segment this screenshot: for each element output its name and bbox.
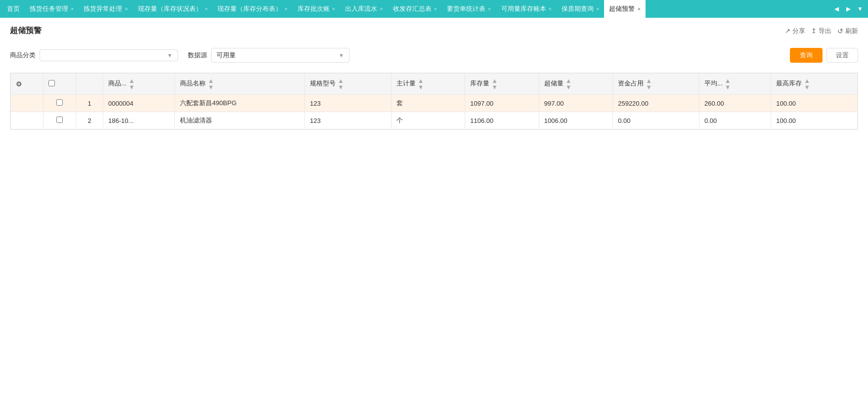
category-filter: 商品分类 ▼ <box>10 49 178 61</box>
row-settings-1 <box>11 112 43 129</box>
category-chevron-icon: ▼ <box>167 52 173 58</box>
main-content: 超储预警 ↗ 分享 ↥ 导出 ↺ 刷新 商品分类 ▼ 数据源 <box>0 18 868 395</box>
settings-gear-icon[interactable]: ⚙ <box>16 80 22 88</box>
cell-capital-0: 259220.00 <box>613 95 699 112</box>
cell-code-1: 186-10... <box>103 112 175 129</box>
row-num-0: 1 <box>76 95 103 112</box>
nav-item-close-11[interactable]: × <box>637 6 640 12</box>
sort-icon-over: ▲▼ <box>565 78 572 90</box>
nav-item-7[interactable]: 收发存汇总表× <box>388 0 442 18</box>
table-row: 2186-10...机油滤清器123个1106.001006.000.000.0… <box>11 112 858 129</box>
sort-icon-capital: ▲▼ <box>646 78 652 90</box>
nav-item-close-10[interactable]: × <box>596 6 599 12</box>
cell-max_stock-1: 100.00 <box>771 112 858 129</box>
col-header-unit[interactable]: 主计量▲▼ <box>391 74 465 95</box>
export-label: 导出 <box>819 27 831 36</box>
cell-spec-1: 123 <box>305 112 391 129</box>
nav-item-3[interactable]: 现存量（库存状况表）× <box>133 0 213 18</box>
nav-next-arrow[interactable]: ▶ <box>842 0 854 18</box>
share-button[interactable]: ↗ 分享 <box>785 27 805 36</box>
nav-item-label-5: 库存批次账 <box>298 4 330 13</box>
nav-item-close-9[interactable]: × <box>549 6 552 12</box>
nav-more-arrow[interactable]: ▼ <box>854 0 866 18</box>
col-header-stock[interactable]: 库存量▲▼ <box>465 74 539 95</box>
nav-item-label-2: 拣货异常处理 <box>84 4 122 13</box>
nav-item-close-4[interactable]: × <box>284 6 287 12</box>
cell-spec-0: 123 <box>305 95 391 112</box>
top-nav: 首页拣货任务管理×拣货异常处理×现存量（库存状况表）×现存量（库存分布表）×库存… <box>0 0 868 18</box>
col-header-capital[interactable]: 资金占用▲▼ <box>613 74 699 95</box>
nav-item-close-2[interactable]: × <box>125 6 128 12</box>
filter-buttons: 查询 设置 <box>790 48 858 63</box>
col-header-checkbox <box>43 74 76 95</box>
nav-item-1[interactable]: 拣货任务管理× <box>25 0 79 18</box>
col-header-spec[interactable]: 规格型号▲▼ <box>305 74 391 95</box>
cell-stock-1: 1106.00 <box>465 112 539 129</box>
cell-over-1: 1006.00 <box>539 112 612 129</box>
nav-item-5[interactable]: 库存批次账× <box>293 0 340 18</box>
cell-avg-1: 0.00 <box>699 112 771 129</box>
nav-item-label-4: 现存量（库存分布表） <box>217 4 282 13</box>
category-select[interactable]: ▼ <box>40 49 178 61</box>
page-title: 超储预警 <box>10 26 42 36</box>
nav-prev-arrow[interactable]: ◀ <box>830 0 842 18</box>
refresh-icon: ↺ <box>837 27 843 35</box>
nav-item-label-10: 保质期查询 <box>562 4 594 13</box>
row-settings-0 <box>11 95 43 112</box>
datasource-filter: 数据源 可用量 ▼ <box>188 48 349 63</box>
nav-item-9[interactable]: 可用量库存账本× <box>496 0 557 18</box>
select-all-checkbox[interactable] <box>48 80 55 86</box>
cell-name-1: 机油滤清器 <box>175 112 305 129</box>
nav-item-close-7[interactable]: × <box>434 6 437 12</box>
cell-max_stock-0: 100.00 <box>771 95 858 112</box>
nav-item-label-11: 超储预警 <box>609 4 635 13</box>
export-button[interactable]: ↥ 导出 <box>811 27 831 36</box>
nav-item-4[interactable]: 现存量（库存分布表）× <box>213 0 292 18</box>
row-checkbox-0[interactable] <box>43 95 76 112</box>
datasource-select[interactable]: 可用量 ▼ <box>211 48 349 63</box>
refresh-label: 刷新 <box>845 27 858 36</box>
nav-item-close-6[interactable]: × <box>380 6 383 12</box>
sort-icon-name: ▲▼ <box>208 78 214 90</box>
cell-unit-0: 套 <box>391 95 465 112</box>
col-header-over[interactable]: 超储量▲▼ <box>539 74 612 95</box>
nav-item-label-9: 可用量库存账本 <box>501 4 546 13</box>
data-table: ⚙商品...▲▼商品名称▲▼规格型号▲▼主计量▲▼库存量▲▼超储量▲▼资金占用▲… <box>10 73 858 129</box>
nav-item-2[interactable]: 拣货异常处理× <box>79 0 132 18</box>
row-checkbox-1[interactable] <box>43 112 76 129</box>
col-header-code[interactable]: 商品...▲▼ <box>103 74 175 95</box>
nav-item-6[interactable]: 出入库流水× <box>340 0 388 18</box>
nav-item-8[interactable]: 要货单统计表× <box>442 0 496 18</box>
nav-item-close-1[interactable]: × <box>71 6 74 12</box>
sort-icon-code: ▲▼ <box>129 78 135 90</box>
cell-stock-0: 1097.00 <box>465 95 539 112</box>
sort-icon-spec: ▲▼ <box>338 78 344 90</box>
refresh-button[interactable]: ↺ 刷新 <box>837 27 858 36</box>
sort-icon-unit: ▲▼ <box>418 78 424 90</box>
cell-code-0: 0000004 <box>103 95 175 112</box>
nav-item-10[interactable]: 保质期查询× <box>557 0 604 18</box>
sort-icon-max_stock: ▲▼ <box>804 78 810 90</box>
header-actions: ↗ 分享 ↥ 导出 ↺ 刷新 <box>785 27 858 36</box>
nav-item-label-1: 拣货任务管理 <box>30 4 68 13</box>
col-header-avg[interactable]: 平均...▲▼ <box>699 74 771 95</box>
query-button[interactable]: 查询 <box>790 48 823 63</box>
cell-capital-1: 0.00 <box>613 112 699 129</box>
col-header-num <box>76 74 103 95</box>
settings-button[interactable]: 设置 <box>826 48 858 63</box>
nav-item-close-8[interactable]: × <box>488 6 491 12</box>
nav-item-11[interactable]: 超储预警× <box>604 0 645 18</box>
filter-row: 商品分类 ▼ 数据源 可用量 ▼ 查询 设置 <box>10 44 858 67</box>
sort-icon-stock: ▲▼ <box>491 78 498 90</box>
col-header-max_stock[interactable]: 最高库存▲▼ <box>771 74 858 95</box>
nav-item-close-5[interactable]: × <box>332 6 335 12</box>
nav-item-close-3[interactable]: × <box>205 6 208 12</box>
datasource-value: 可用量 <box>217 51 236 60</box>
row-check-1[interactable] <box>56 117 63 123</box>
row-check-0[interactable] <box>56 99 63 106</box>
col-header-name[interactable]: 商品名称▲▼ <box>175 74 305 95</box>
page-header: 超储预警 ↗ 分享 ↥ 导出 ↺ 刷新 <box>10 26 858 36</box>
cell-name-0: 六配套新昌490BPG <box>175 95 305 112</box>
nav-item-0[interactable]: 首页 <box>2 0 25 18</box>
nav-item-label-8: 要货单统计表 <box>447 4 485 13</box>
